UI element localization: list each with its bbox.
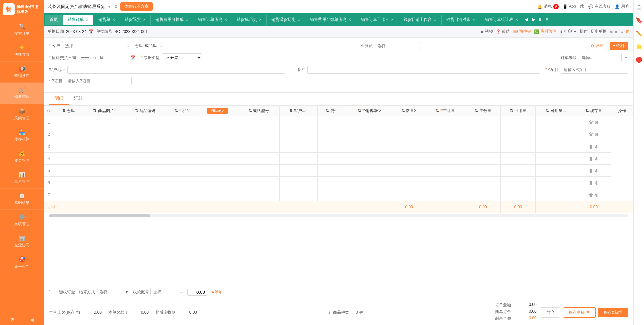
sidebar-item-guide[interactable]: 🎯 新手引导 — [0, 252, 44, 273]
toolbar-view-toggle[interactable]: ≡ — [621, 29, 623, 34]
salesperson-input[interactable] — [375, 42, 421, 50]
tab-workbench-close[interactable]: ✕ — [391, 18, 394, 22]
row-copy-btn[interactable]: ⊕ — [595, 156, 599, 161]
tab-stats-close[interactable]: ✕ — [515, 18, 518, 22]
sidebar-collapse-btn[interactable]: ◀ — [30, 317, 34, 322]
order-source-input[interactable] — [579, 54, 622, 62]
history-btn[interactable]: 历史单据 — [591, 29, 607, 34]
tab-return-hist-close[interactable]: ✕ — [298, 18, 300, 22]
tab-history-close[interactable]: ✕ — [224, 18, 227, 22]
save-new-btn[interactable]: 保存&新增 — [598, 308, 628, 317]
row-copy-btn[interactable]: ⊕ — [595, 132, 599, 137]
tab-reconcile[interactable]: 钱货日清对账 ✕ — [442, 15, 480, 25]
tab-fee[interactable]: 销售费用分摊单 ✕ — [151, 15, 193, 25]
tab-daily[interactable]: 钱货日清工作台 ✕ — [399, 15, 442, 25]
sidebar-settings-btn[interactable]: ⚙ — [10, 317, 15, 322]
setting-btn[interactable]: ⚙ 设置 — [587, 42, 607, 50]
tab-next-btn[interactable]: ▶ — [530, 16, 537, 23]
scrollbar-thumb[interactable] — [49, 214, 150, 217]
th-sales-unit[interactable]: ⇅ **销售单位 — [346, 106, 393, 116]
tab-home[interactable]: 首页 — [45, 15, 63, 25]
row-copy-btn[interactable]: ⊕ — [595, 192, 599, 198]
tab-prev-btn[interactable]: ◀ — [523, 16, 530, 23]
th-available2[interactable]: ⇅ 可用量... — [536, 106, 576, 116]
address-dots[interactable]: ··· — [289, 67, 292, 72]
add-item-btn[interactable]: + 物料 — [610, 42, 628, 50]
tab-menu-btn[interactable]: ≡ — [537, 16, 543, 23]
detail-tab-huizong[interactable]: 汇总 — [69, 93, 88, 105]
salesperson-dots[interactable]: ··· — [424, 44, 428, 48]
draft-btn[interactable]: 保存草稿 ▼ — [563, 307, 596, 318]
calendar-icon[interactable]: 📅 — [88, 29, 93, 34]
th-attr[interactable]: ⇅ 属性 — [317, 106, 346, 116]
sidebar-item-search[interactable]: 🔍 搜索菜单 — [0, 19, 44, 40]
one-click-checkbox[interactable]: 一键收订金 — [49, 289, 75, 295]
right-panel-btn-4[interactable]: ⭐ — [634, 42, 644, 51]
notification-btn[interactable]: 🔔 消息 9 — [537, 4, 559, 9]
sidebar-item-system[interactable]: ⚙️ 系统管理 — [0, 210, 44, 231]
th-product[interactable]: ⇅ *商品 — [166, 106, 197, 116]
tab-return[interactable]: 销货退货 ✕ — [120, 15, 151, 25]
settings-icon[interactable]: ⚙ — [114, 4, 118, 9]
row-delete-btn[interactable]: 🗑 — [589, 120, 593, 125]
tab-sales-order[interactable]: 销售订单 ✕ — [63, 15, 93, 25]
sidebar-item-basic[interactable]: 📋 基础信息 — [0, 189, 44, 210]
shortcut-btn[interactable]: ⌨ 快捷键 — [513, 29, 531, 34]
right-panel-btn-2[interactable]: 🔖 — [634, 16, 644, 25]
row-delete-btn[interactable]: 🗑 — [589, 132, 593, 137]
tab-sales-invoice-close[interactable]: ✕ — [112, 18, 115, 22]
th-warehouse[interactable]: ⇅ 仓库 — [54, 106, 83, 116]
payment-method-input[interactable] — [97, 288, 123, 296]
amount-input[interactable] — [187, 289, 207, 296]
th-stock[interactable]: ⇅ 现存量 — [576, 106, 611, 116]
tab-fee-hist[interactable]: 销售费用分摊单历史 ✕ — [305, 15, 356, 25]
ops-btn[interactable]: 操作 — [580, 29, 588, 34]
detail-tab-mingxi[interactable]: 明细 — [49, 93, 69, 105]
th-customer-code[interactable]: ⇅ 客户... ℹ — [279, 106, 317, 116]
row-delete-btn[interactable]: 🗑 — [589, 180, 593, 186]
toolbar-nav-next[interactable]: ▶ — [615, 29, 618, 34]
account-dots[interactable]: ··· — [180, 290, 183, 294]
app-download-btn[interactable]: 📱 App下载 — [563, 4, 584, 9]
row-delete-btn[interactable]: 🗑 — [589, 144, 593, 149]
row-copy-btn[interactable]: ⊕ — [595, 168, 599, 173]
row-copy-btn[interactable]: ⊕ — [595, 180, 599, 186]
solution-btn[interactable]: 体验行业方案 — [120, 2, 153, 11]
account-input[interactable] — [150, 288, 177, 296]
tab-history[interactable]: 销售订单历史 ✕ — [193, 15, 232, 25]
tab-return-close[interactable]: ✕ — [143, 18, 146, 22]
order-source-chevron[interactable]: ▼ — [624, 55, 628, 60]
b-project-input[interactable] — [65, 77, 132, 85]
tab-fee-hist-close[interactable]: ✕ — [348, 18, 351, 22]
calendar2-icon[interactable]: 📅 — [130, 55, 136, 60]
th-available[interactable]: ⇅ 可用量 — [500, 106, 536, 116]
right-panel-btn-3[interactable]: ✏️ — [634, 29, 644, 38]
tab-daily-close[interactable]: ✕ — [434, 18, 437, 22]
remark-input[interactable] — [307, 66, 540, 74]
sidebar-item-quicknav[interactable]: ⚡ 快捷导航 — [0, 40, 44, 62]
th-main-unit[interactable]: ⇅ **主计量 — [425, 106, 465, 116]
sidebar-item-sales[interactable]: 🛒 销售管理 — [0, 83, 44, 104]
customer-input[interactable] — [62, 42, 122, 50]
tab-close-all-btn[interactable]: ✕ — [543, 16, 551, 23]
help-btn[interactable]: ❓ 帮助 — [496, 29, 510, 34]
tab-stats[interactable]: 销售订单统计表 ✕ — [480, 15, 523, 25]
print-btn[interactable]: 🖨 打印 ▼ — [559, 29, 577, 34]
th-qty2[interactable]: ⇅ 数量2 — [393, 106, 425, 116]
invoice-type-select[interactable]: 不开票 — [162, 53, 202, 62]
tab-sales-order-close[interactable]: ✕ — [86, 18, 88, 22]
toolbar-grid-toggle[interactable]: ⊞ — [626, 29, 629, 34]
toolbar-nav-prev[interactable]: ◀ — [609, 29, 612, 34]
tab-sales-hist-close[interactable]: ✕ — [259, 18, 262, 22]
tab-workbench[interactable]: 销售订单工作台 ✕ — [356, 15, 399, 25]
online-service-btn[interactable]: 💬 在线客服 — [588, 4, 611, 9]
horizontal-scrollbar[interactable] — [49, 214, 628, 217]
sidebar-item-inventory[interactable]: 🏪 库存核算 — [0, 125, 44, 146]
sidebar-item-marketing[interactable]: 📢 营销推广 — [0, 62, 44, 83]
right-panel-btn-5[interactable]: 🔴 — [634, 55, 644, 64]
row-copy-btn[interactable]: ⊕ — [595, 144, 599, 149]
row-copy-btn[interactable]: ⊕ — [595, 120, 599, 125]
user-avatar[interactable]: 👤 用户 — [615, 4, 629, 9]
sidebar-item-enterprise[interactable]: 🏢 企业协同 — [0, 231, 44, 252]
tab-return-hist[interactable]: 销货退货历史 ✕ — [267, 15, 305, 25]
